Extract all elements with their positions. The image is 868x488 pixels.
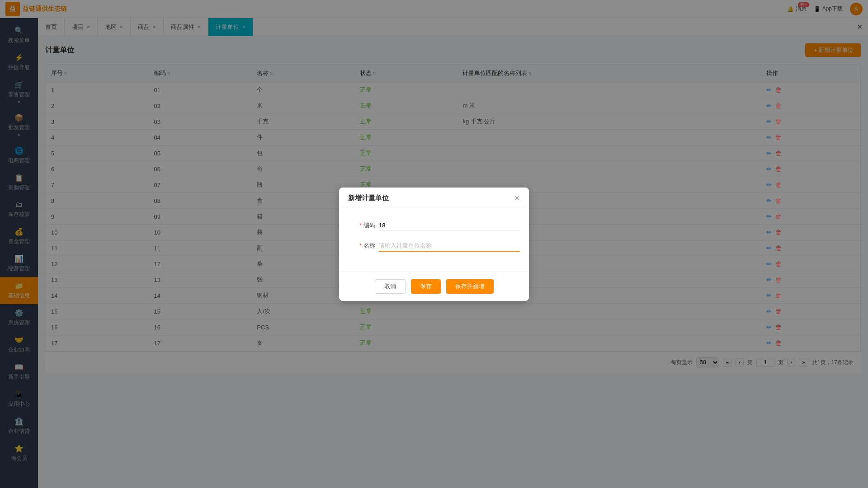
save-and-new-button[interactable]: 保存并新增 [446, 279, 494, 294]
code-label-text: 编码 [363, 222, 375, 229]
modal-footer: 取消 保存 保存并新增 [339, 272, 529, 301]
cancel-button[interactable]: 取消 [375, 279, 406, 294]
name-input[interactable] [379, 240, 520, 252]
name-required-mark: * [359, 242, 362, 249]
name-label-text: 名称 [363, 242, 375, 249]
add-unit-modal: 新增计量单位 ✕ * 编码 * 名称 [339, 188, 529, 301]
form-row-name: * 名称 [348, 240, 520, 252]
name-label: * 名称 [348, 242, 375, 250]
save-button[interactable]: 保存 [411, 279, 441, 294]
code-label: * 编码 [348, 221, 375, 230]
app-container: 益 益链通供生态链 🔔 消息 99+ 📱 App下载 A 🔍 [0, 0, 868, 488]
modal-close-button[interactable]: ✕ [514, 194, 520, 202]
form-row-code: * 编码 [348, 220, 520, 231]
modal-header: 新增计量单位 ✕ [339, 188, 529, 209]
code-input[interactable] [379, 220, 520, 231]
modal-overlay[interactable]: 新增计量单位 ✕ * 编码 * 名称 [0, 0, 868, 488]
code-required-mark: * [359, 222, 362, 229]
modal-title: 新增计量单位 [348, 194, 389, 202]
modal-body: * 编码 * 名称 [339, 209, 529, 272]
